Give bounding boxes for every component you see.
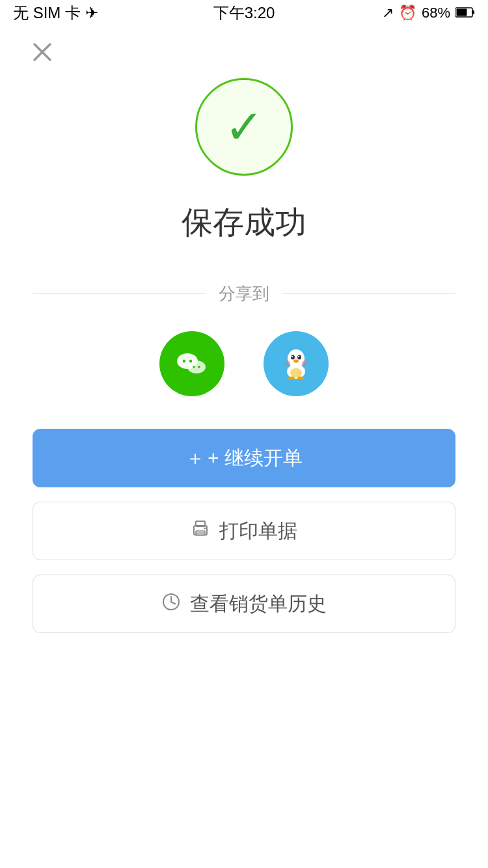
- history-svg: [161, 592, 181, 612]
- share-section: 分享到: [0, 282, 488, 396]
- svg-point-22: [302, 360, 307, 366]
- sim-status: 无 SIM 卡 ✈: [13, 3, 98, 23]
- status-right: ↗ ⏰ 68%: [382, 5, 475, 21]
- svg-point-21: [285, 360, 290, 366]
- main-content: ✓ 保存成功 分享到: [0, 26, 488, 633]
- status-time: 下午3:20: [213, 3, 275, 23]
- svg-point-28: [204, 527, 206, 529]
- history-label: 查看销货单历史: [190, 591, 327, 617]
- svg-point-8: [189, 360, 192, 362]
- svg-point-7: [183, 360, 185, 362]
- status-left: 无 SIM 卡 ✈: [13, 3, 98, 23]
- svg-line-31: [171, 602, 175, 604]
- location-icon: ↗: [382, 5, 394, 21]
- svg-point-19: [288, 377, 295, 380]
- action-buttons: ＋ + 继续开单 打印单据: [0, 429, 488, 633]
- alarm-icon: ⏰: [399, 5, 416, 21]
- svg-point-16: [293, 360, 299, 363]
- print-label: 打印单据: [219, 518, 297, 545]
- printer-icon: [191, 519, 210, 543]
- svg-rect-2: [457, 9, 467, 16]
- wechat-icon: [174, 346, 210, 382]
- battery-icon: [455, 5, 475, 21]
- battery-level: 68%: [422, 5, 450, 21]
- close-button[interactable]: [26, 36, 59, 68]
- share-divider: 分享到: [33, 282, 455, 305]
- svg-point-15: [298, 356, 299, 357]
- continue-order-button[interactable]: ＋ + 继续开单: [33, 429, 455, 487]
- wechat-share-button[interactable]: [159, 331, 224, 396]
- svg-point-9: [193, 366, 195, 368]
- svg-point-10: [198, 366, 200, 368]
- history-button[interactable]: 查看销货单历史: [33, 575, 455, 633]
- share-label: 分享到: [206, 282, 282, 305]
- close-icon: [32, 42, 53, 62]
- success-circle: ✓: [195, 78, 293, 176]
- svg-rect-1: [472, 10, 474, 14]
- share-icons: [33, 331, 455, 396]
- svg-point-20: [297, 377, 304, 380]
- svg-point-18: [290, 368, 302, 377]
- status-bar: 无 SIM 卡 ✈ 下午3:20 ↗ ⏰ 68%: [0, 0, 488, 26]
- continue-order-label: + 继续开单: [208, 445, 303, 472]
- checkmark-icon: ✓: [224, 103, 264, 150]
- history-icon: [161, 592, 181, 616]
- printer-svg: [191, 519, 210, 539]
- qq-share-button[interactable]: [264, 331, 329, 396]
- plus-icon: ＋: [185, 445, 205, 472]
- svg-point-14: [291, 356, 293, 357]
- svg-point-12: [291, 355, 295, 360]
- qq-icon: [278, 346, 314, 382]
- print-button[interactable]: 打印单据: [33, 502, 455, 560]
- svg-point-13: [297, 355, 301, 360]
- success-title: 保存成功: [182, 202, 306, 243]
